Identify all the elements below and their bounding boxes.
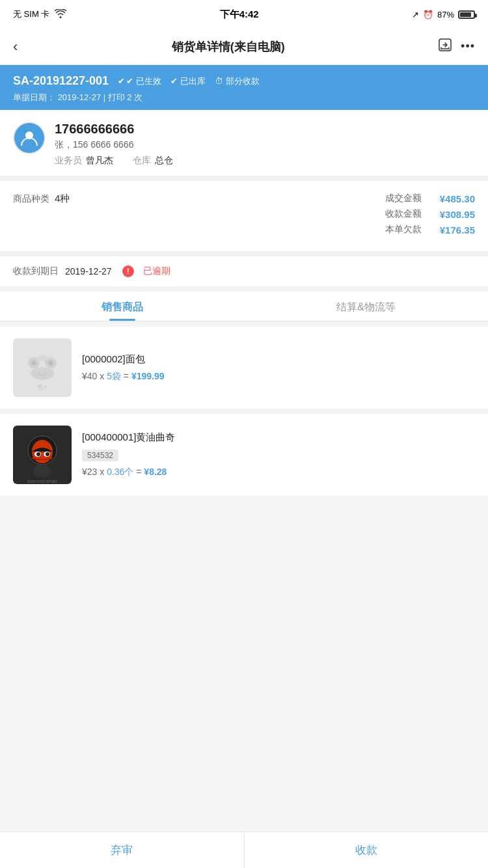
cancel-review-button[interactable]: 弃审 [0, 832, 245, 868]
svg-point-19 [33, 465, 51, 478]
status-right: ↗ ⏰ 87% [412, 10, 475, 20]
product-name-2: [000400001]黄油曲奇 [82, 431, 475, 444]
svg-point-10 [37, 355, 47, 361]
received-row: 收款金额 ¥308.95 [385, 208, 475, 220]
nav-actions: ••• [439, 38, 475, 55]
product-sku: 534532 [82, 450, 118, 461]
price-base-2: ¥23 [82, 467, 97, 477]
page-title: 销货单详情(来自电脑) [172, 39, 285, 55]
product-info: [0000002]面包 ¥40 x 5袋 = ¥199.99 [82, 353, 475, 383]
svg-point-7 [33, 362, 35, 364]
customer-section: 17666666666 张，156 6666 6666 业务员 曾凡杰 仓库 总… [0, 110, 488, 181]
check2-icon: ✔ [170, 76, 178, 86]
alarm-icon: ⏰ [423, 10, 433, 20]
customer-meta: 业务员 曾凡杰 仓库 总仓 [55, 155, 475, 167]
receive-payment-button[interactable]: 收款 [245, 832, 489, 868]
svg-point-9 [31, 367, 54, 380]
product-qty: 5袋 [107, 371, 121, 381]
check-icon: ✔ [118, 76, 125, 86]
summary-section: 商品种类 4种 成交金额 ¥485.30 收款金额 ¥308.95 本单欠款 ¥… [0, 181, 488, 256]
product-total: ¥199.99 [131, 371, 165, 381]
customer-name: 17666666666 [55, 122, 475, 137]
status-time: 下午4:42 [220, 8, 259, 21]
products-list: 鱼+ [0000002]面包 ¥40 x 5袋 = ¥199.99 [0, 327, 488, 496]
amount-row: 成交金额 ¥485.30 [385, 193, 475, 204]
product-name: [0000002]面包 [82, 353, 475, 366]
amount-value: ¥485.30 [429, 193, 475, 204]
type-label: 商品种类 [13, 193, 49, 205]
product-price-row: ¥40 x 5袋 = ¥199.99 [82, 371, 475, 383]
location-icon: ↗ [412, 10, 419, 20]
staff-info: 业务员 曾凡杰 [55, 155, 113, 167]
overdue-date: 2019-12-27 [65, 266, 112, 277]
badge-effective: ✔ ✔ 已生效 [118, 75, 161, 87]
svg-point-18 [46, 452, 49, 456]
tabs: 销售商品 结算&物流等 [0, 292, 488, 321]
svg-point-8 [49, 362, 52, 364]
nav-bar: ‹ 销货单详情(来自电脑) ••• [0, 29, 488, 65]
tab-products[interactable]: 销售商品 [0, 292, 244, 321]
overdue-warning-icon: ! [122, 265, 134, 277]
svg-text:鱼+: 鱼+ [37, 383, 47, 390]
avatar [13, 122, 46, 154]
badge-outbound: ✔ 已出库 [170, 75, 206, 87]
customer-alias: 张，156 6666 6666 [55, 139, 475, 151]
product-image-placeholder: 鱼+ [13, 338, 72, 397]
overdue-section: 收款到期日 2019-12-27 ! 已逾期 [0, 256, 488, 292]
owed-label: 本单欠款 [385, 224, 422, 236]
received-label: 收款金额 [385, 208, 422, 220]
clock-icon: ⏱ [215, 76, 223, 86]
doc-date-value: 2019-12-27 [58, 92, 102, 102]
status-left: 无 SIM 卡 [13, 8, 66, 20]
list-item: diamond whats [000400001]黄油曲奇 534532 ¥23… [0, 414, 488, 496]
received-value: ¥308.95 [429, 209, 475, 220]
overdue-label: 收款到期日 [13, 265, 59, 277]
staff-label: 业务员 [55, 155, 82, 167]
order-id: SA-20191227-001 [13, 74, 109, 88]
order-banner: SA-20191227-001 ✔ ✔ 已生效 ✔ 已出库 ⏱ 部分收款 单据日… [0, 65, 488, 110]
status-bar: 无 SIM 卡 下午4:42 ↗ ⏰ 87% [0, 0, 488, 29]
list-item: 鱼+ [0000002]面包 ¥40 x 5袋 = ¥199.99 [0, 327, 488, 409]
product-thumbnail: 鱼+ [13, 338, 72, 397]
battery-percent: 87% [437, 10, 454, 20]
battery-icon [458, 10, 475, 19]
warehouse-label: 仓库 [133, 155, 151, 167]
warehouse-value: 总仓 [155, 155, 173, 167]
tab-settlement[interactable]: 结算&物流等 [244, 292, 488, 321]
bottom-bar: 弃审 收款 [0, 832, 488, 868]
svg-text:diamond whats: diamond whats [27, 479, 58, 483]
share-icon[interactable] [439, 38, 452, 55]
staff-value: 曾凡杰 [86, 155, 113, 167]
product-qty-2: 0.36个 [107, 467, 133, 477]
product-info-2: [000400001]黄油曲奇 534532 ¥23 x 0.36个 = ¥8.… [82, 431, 475, 478]
product-type-summary: 商品种类 4种 [13, 193, 70, 239]
doc-date-label: 单据日期： [13, 92, 55, 102]
product-thumbnail-2: diamond whats [13, 426, 72, 484]
amount-summary: 成交金额 ¥485.30 收款金额 ¥308.95 本单欠款 ¥176.35 [385, 193, 475, 239]
overdue-text: 已逾期 [143, 265, 170, 277]
price-base: ¥40 [82, 371, 97, 381]
back-button[interactable]: ‹ [13, 38, 18, 55]
product-image-2: diamond whats [13, 426, 72, 484]
warehouse-info: 仓库 总仓 [133, 155, 173, 167]
product-total-2: ¥8.28 [144, 467, 167, 477]
type-value: 4种 [55, 193, 70, 205]
more-icon[interactable]: ••• [461, 40, 475, 53]
person-icon [20, 129, 38, 147]
owed-row: 本单欠款 ¥176.35 [385, 224, 475, 236]
svg-point-17 [36, 452, 40, 456]
print-count: | 打印 2 次 [103, 92, 142, 102]
badge-partial: ⏱ 部分收款 [215, 75, 260, 87]
customer-info: 17666666666 张，156 6666 6666 业务员 曾凡杰 仓库 总… [55, 122, 475, 167]
amount-label: 成交金额 [385, 193, 422, 204]
wifi-icon [55, 9, 66, 20]
carrier-label: 无 SIM 卡 [13, 8, 49, 20]
product-price-row-2: ¥23 x 0.36个 = ¥8.28 [82, 467, 475, 478]
doc-date-row: 单据日期： 2019-12-27 | 打印 2 次 [13, 92, 475, 103]
owed-value: ¥176.35 [429, 224, 475, 236]
